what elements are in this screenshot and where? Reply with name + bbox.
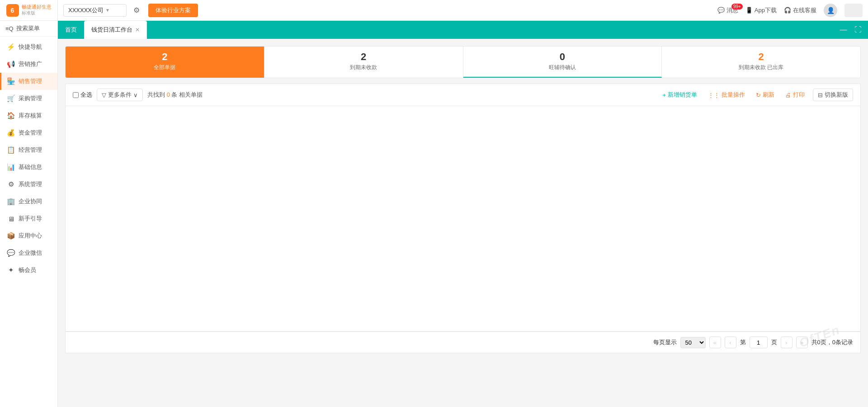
page-size-select[interactable]: 10 20 50 100 bbox=[680, 337, 706, 348]
sidebar-item-quick-nav[interactable]: ⚡ 快捷导航 bbox=[0, 38, 57, 56]
stats-count-overdue: 2 bbox=[272, 52, 456, 62]
add-order-button[interactable]: + 新增销货单 bbox=[660, 89, 700, 101]
app-download-item[interactable]: 📱 App下载 bbox=[745, 6, 777, 14]
switch-icon: ⊟ bbox=[818, 92, 823, 98]
sidebar-item-basic-info[interactable]: 📊 基础信息 bbox=[0, 159, 57, 176]
select-all-input[interactable] bbox=[73, 92, 79, 98]
page-unit: 页 bbox=[771, 338, 777, 346]
online-service-label: 在线客服 bbox=[793, 6, 816, 14]
filter-button[interactable]: ▽ 更多条件 ∨ bbox=[97, 89, 143, 101]
download-icon: 📱 bbox=[745, 7, 753, 14]
guide-icon: 🖥 bbox=[7, 215, 15, 223]
toolbar-left: 全选 ▽ 更多条件 ∨ 共找到 0 条 相关单据 bbox=[73, 89, 654, 101]
app-name: 畅捷通好生意 bbox=[22, 4, 52, 10]
tab-work-label: 钱货日清工作台 bbox=[91, 26, 132, 34]
filter-arrow-icon: ∨ bbox=[133, 92, 138, 98]
tab-home[interactable]: 首页 bbox=[58, 21, 84, 39]
stats-tab-pending[interactable]: 0 旺辅待确认 bbox=[463, 47, 662, 78]
print-icon: 🖨 bbox=[785, 92, 791, 98]
search-menu[interactable]: ≡Q 搜索菜单 bbox=[0, 21, 57, 37]
next-page-button[interactable]: › bbox=[781, 337, 793, 348]
sidebar-item-sales[interactable]: 🏪 销售管理 bbox=[0, 73, 57, 90]
basic-info-icon: 📊 bbox=[7, 163, 15, 171]
quick-nav-icon: ⚡ bbox=[7, 43, 15, 51]
sidebar-item-purchase[interactable]: 🛒 采购管理 bbox=[0, 90, 57, 107]
sidebar-item-quick-nav-label: 快捷导航 bbox=[19, 43, 42, 51]
stats-count-pending: 0 bbox=[471, 52, 655, 62]
sidebar-item-enterprise-label: 企业协同 bbox=[19, 197, 42, 206]
print-button[interactable]: 🖨 打印 bbox=[783, 89, 807, 101]
sidebar-logo-area: 6 畅捷通好生意 标准版 bbox=[0, 0, 57, 21]
sidebar-item-enterprise[interactable]: 🏢 企业协同 bbox=[0, 193, 57, 210]
tab-minimize-button[interactable]: — bbox=[837, 23, 850, 36]
last-page-button[interactable]: » bbox=[796, 337, 808, 348]
sidebar-item-basic-info-label: 基础信息 bbox=[19, 163, 42, 171]
sidebar-item-guide[interactable]: 🖥 新手引导 bbox=[0, 210, 57, 227]
enterprise-icon: 🏢 bbox=[7, 197, 15, 206]
stats-label-all: 全部单据 bbox=[73, 64, 257, 71]
prev-page-button[interactable]: ‹ bbox=[725, 337, 736, 348]
tab-work[interactable]: 钱货日清工作台 ✕ bbox=[84, 21, 147, 39]
add-icon: + bbox=[662, 92, 666, 98]
filter-icon: ▽ bbox=[102, 92, 106, 98]
count-value: 0 bbox=[167, 91, 170, 98]
sidebar-item-inventory-label: 库存核算 bbox=[19, 112, 42, 120]
app-download-label: App下载 bbox=[755, 6, 777, 14]
batch-operation-button[interactable]: ⋮⋮ 批量操作 bbox=[705, 89, 748, 101]
purchase-icon: 🛒 bbox=[7, 94, 15, 103]
sidebar-item-sales-label: 销售管理 bbox=[19, 77, 42, 85]
message-item[interactable]: 💬 消息 99+ bbox=[717, 6, 738, 14]
settings-button[interactable]: ⚙ bbox=[129, 3, 144, 18]
company-selector[interactable]: XXXXXX公司 ▼ bbox=[63, 4, 127, 17]
inventory-icon: 🏠 bbox=[7, 112, 15, 120]
switch-label: 切换新版 bbox=[825, 91, 848, 99]
online-service-item[interactable]: 🎧 在线客服 bbox=[784, 6, 816, 14]
sidebar-item-wechat[interactable]: 💬 企业微信 bbox=[0, 244, 57, 262]
select-all-checkbox[interactable]: 全选 bbox=[73, 91, 92, 99]
stats-tab-all[interactable]: 2 全部单据 bbox=[66, 47, 264, 78]
sales-icon: 🏪 bbox=[7, 77, 15, 85]
tab-home-label: 首页 bbox=[65, 26, 77, 34]
stats-tab-shipped[interactable]: 2 到期未收款 已出库 bbox=[662, 47, 860, 78]
page-size-label: 每页显示 bbox=[653, 338, 677, 346]
app-center-icon: 📦 bbox=[7, 232, 15, 240]
refresh-icon: ↻ bbox=[756, 92, 761, 98]
tab-close-icon[interactable]: ✕ bbox=[135, 27, 140, 33]
batch-icon: ⋮⋮ bbox=[708, 92, 720, 98]
sidebar-item-marketing-label: 营销推广 bbox=[19, 60, 42, 68]
sidebar-item-finance-label: 资金管理 bbox=[19, 129, 42, 137]
nav-tabs-bar: 首页 钱货日清工作台 ✕ — ⛶ bbox=[58, 21, 868, 39]
system-icon: ⚙ bbox=[7, 180, 15, 188]
tab-maximize-button[interactable]: ⛶ bbox=[852, 23, 864, 36]
sidebar-item-operation[interactable]: 📋 经营管理 bbox=[0, 141, 57, 159]
sidebar-item-vip-label: 畅会员 bbox=[19, 266, 36, 274]
vip-icon: ✦ bbox=[7, 266, 15, 274]
sidebar-menu: ⚡ 快捷导航 📢 营销推广 🏪 销售管理 🛒 采购管理 🏠 库存核算 💰 资金管… bbox=[0, 37, 57, 407]
sidebar-item-vip[interactable]: ✦ 畅会员 bbox=[0, 262, 57, 279]
trial-button[interactable]: 体验行业方案 bbox=[148, 4, 198, 17]
refresh-button[interactable]: ↻ 刷新 bbox=[753, 89, 777, 101]
sidebar-item-inventory[interactable]: 🏠 库存核算 bbox=[0, 107, 57, 124]
filter-label: 更多条件 bbox=[108, 91, 132, 99]
user-profile-area[interactable] bbox=[844, 4, 863, 17]
operation-icon: 📋 bbox=[7, 146, 15, 154]
app-version: 标准版 bbox=[22, 10, 52, 16]
top-header: XXXXXX公司 ▼ ⚙ 体验行业方案 💬 消息 99+ 📱 App下载 🎧 在… bbox=[0, 0, 868, 21]
sidebar-item-app-center-label: 应用中心 bbox=[19, 232, 42, 240]
sidebar-item-app-center[interactable]: 📦 应用中心 bbox=[0, 227, 57, 244]
first-page-button[interactable]: « bbox=[709, 337, 721, 348]
avatar[interactable]: 👤 bbox=[824, 4, 837, 17]
page-number-input[interactable] bbox=[750, 337, 768, 348]
sidebar-item-marketing[interactable]: 📢 营销推广 bbox=[0, 56, 57, 73]
search-menu-label: 搜索菜单 bbox=[16, 24, 40, 33]
sidebar: 6 畅捷通好生意 标准版 ≡Q 搜索菜单 ⚡ 快捷导航 📢 营销推广 🏪 销售管… bbox=[0, 0, 58, 407]
stats-tab-overdue[interactable]: 2 到期未收款 bbox=[264, 47, 463, 78]
page-label: 第 bbox=[740, 338, 746, 346]
sidebar-item-finance[interactable]: 💰 资金管理 bbox=[0, 124, 57, 141]
switch-version-button[interactable]: ⊟ 切换新版 bbox=[813, 89, 853, 101]
message-badge: 99+ bbox=[731, 4, 743, 9]
stats-label-pending: 旺辅待确认 bbox=[471, 64, 655, 71]
sidebar-item-system[interactable]: ⚙ 系统管理 bbox=[0, 176, 57, 193]
nav-tabs-controls: — ⛶ bbox=[837, 23, 868, 36]
stats-label-shipped: 到期未收款 已出库 bbox=[669, 64, 853, 71]
